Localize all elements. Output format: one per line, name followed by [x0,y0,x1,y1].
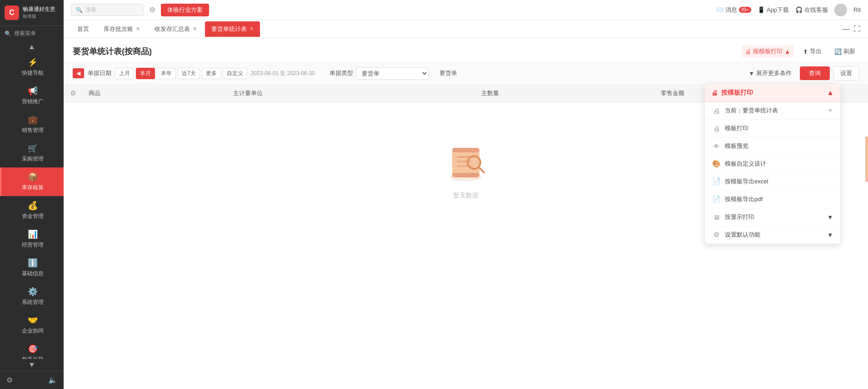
finance-icon: 💰 [28,201,38,211]
app-download-label: App下载 [767,6,789,14]
scroll-up-button[interactable]: ▲ [0,41,64,53]
dropdown-current-template[interactable]: 🖨 当前：要货单统计表 ▼ [705,102,840,120]
sidebar-item-inventory[interactable]: 📦 库存核算 [0,167,64,196]
export-button[interactable]: ⬆ 导出 [799,45,825,57]
current-template-label: 当前：要货单统计表 [725,106,778,115]
table-gear-icon[interactable]: ⚙ [70,89,76,97]
tab-order-stats-close[interactable]: ✕ [249,26,254,32]
sound-footer-button[interactable]: 🔈 [48,376,57,384]
date-btn-this-year[interactable]: 本年 [157,68,176,79]
sidebar-item-collab[interactable]: 🤝 企业协同 [0,311,64,339]
search-icon: 🔍 [5,30,11,37]
template-print-label: 模板打印 [725,124,748,132]
dropdown-template-preview[interactable]: 👁 模板预览 [705,137,840,155]
avatar[interactable] [834,4,847,16]
dropdown-template-design[interactable]: 🎨 模板自定义设计 [705,155,840,173]
sidebar-item-label: 新手引导 [22,356,44,359]
sidebar-item-label: 系统管理 [22,298,44,306]
dropdown-export-pdf[interactable]: 📄 按模板导出pdf [705,191,840,208]
service-icon: 🎧 [795,6,803,13]
date-btn-more[interactable]: 更多 [202,68,221,79]
dropdown-header: 🖨 按模板打印 ▲ [705,84,840,102]
print-header-icon: 🖨 [711,89,718,96]
refresh-button[interactable]: 🔄 刷新 [831,45,859,57]
table-col-qty: 主数量 [475,85,654,102]
top-search-box[interactable]: 🔍 搜索 [71,4,144,16]
message-label: 消息 [725,6,737,14]
column-settings-button[interactable]: 设置 [833,66,859,81]
quick-nav-icon: ⚡ [28,57,38,67]
expand-filters-button[interactable]: ▼ 展开更多条件 [744,67,796,79]
dropdown-default-func[interactable]: ⚙ 设置默认功能 ▼ [705,226,840,244]
sidebar-item-quick-nav[interactable]: ⚡ 快捷导航 [0,53,64,81]
page-body: 要货单统计表(按商品) 🖨 按模板打印 ▲ ⬆ 导出 🔄 刷新 [64,38,868,389]
sidebar-item-basic[interactable]: ℹ️ 基础信息 [0,253,64,282]
date-btn-7days[interactable]: 近7天 [178,68,200,79]
query-button[interactable]: 查询 [800,66,830,80]
date-btn-custom[interactable]: 自定义 [223,68,247,79]
search-placeholder: 搜索 [85,6,96,14]
sidebar-item-operation[interactable]: 📊 经营管理 [0,225,64,253]
trial-button[interactable]: 体验行业方案 [161,4,209,16]
sidebar-footer: ⚙ 🔈 [0,371,64,389]
date-btn-last-month[interactable]: 上月 [115,68,134,79]
expand-label: 展开更多条件 [756,69,792,77]
app-logo: C 畅康通好生意 标准版 [0,0,64,26]
dropdown-arrow-up[interactable]: ▲ [827,89,834,97]
print-button[interactable]: 🖨 按模板打印 ▲ [742,45,794,57]
scroll-down-button[interactable]: ▼ [0,359,64,371]
svg-rect-3 [452,173,479,177]
tab-inventory-batch-close[interactable]: ✕ [136,26,140,32]
sidebar-item-system[interactable]: ⚙️ 系统管理 [0,282,64,311]
tab-inventory-batch-label: 库存批次账 [104,25,133,33]
tab-receipt-summary-label: 收发存汇总表 [155,25,190,33]
dropdown-export-excel[interactable]: 📄 按模板导出excel [705,173,840,191]
sidebar-item-finance[interactable]: 💰 资金管理 [0,196,64,225]
page-title: 要货单统计表(按商品) [73,46,152,57]
sidebar-item-label: 基础信息 [22,270,44,278]
sidebar-item-guide[interactable]: 🎯 新手引导 [0,339,64,359]
sidebar-item-sales[interactable]: 💼 销售管理 [0,110,64,139]
print-icon: 🖨 [745,48,751,55]
dropdown-header-left: 🖨 按模板打印 [711,89,753,97]
default-func-icon: ⚙ [712,231,720,239]
sidebar-item-label: 企业协同 [22,327,44,335]
export-excel-icon: 📄 [712,177,720,186]
tab-receipt-summary-close[interactable]: ✕ [193,26,197,32]
sidebar-item-label: 采购管理 [22,155,44,163]
type-filter-label: 单据类型 [329,69,353,77]
tab-home-label: 首页 [77,25,89,33]
settings-footer-button[interactable]: ⚙ [6,376,13,384]
download-icon: 📱 [758,6,765,13]
message-badge: 99+ [739,7,751,13]
online-service-action[interactable]: 🎧 在线客服 [795,6,828,14]
sidebar-item-marketing[interactable]: 📢 营销推广 [0,81,64,110]
dropdown-display-print[interactable]: 🖥 按显示打印 ▼ [705,208,840,226]
message-action[interactable]: ✉️ 消息 99+ [716,6,751,14]
sidebar-item-purchase[interactable]: 🛒 采购管理 [0,139,64,167]
maximize-window-button[interactable]: ⛶ [853,25,861,33]
display-print-left: 🖥 按显示打印 [712,213,754,221]
tab-inventory-batch[interactable]: 库存批次账 ✕ [97,21,146,37]
app-download-action[interactable]: 📱 App下载 [758,6,789,14]
sidebar-search[interactable]: 🔍 搜索菜单 [0,26,64,41]
date-btn-this-month[interactable]: 本月 [136,68,155,79]
collapse-filter-button[interactable]: ◀ [73,68,84,78]
gear-icon[interactable]: ⚙ [149,5,155,14]
marketing-icon: 📢 [28,86,38,96]
export-pdf-icon: 📄 [712,195,720,203]
tab-order-stats[interactable]: 要货单统计表 ✕ [205,21,260,37]
template-design-icon: 🎨 [712,160,720,168]
template-preview-icon: 👁 [712,142,720,150]
tab-receipt-summary[interactable]: 收发存汇总表 ✕ [148,21,203,37]
scroll-track[interactable] [865,136,868,182]
type-filter: 单据类型 要货单 [329,67,429,80]
template-print-icon: 🖨 [712,125,720,132]
minimize-window-button[interactable]: — [843,25,850,33]
date-filter-label: 单据日期 [88,69,111,77]
online-service-label: 在线客服 [804,6,828,14]
export-label: 导出 [810,47,822,56]
dropdown-template-print[interactable]: 🖨 模板打印 [705,120,840,137]
tab-home[interactable]: 首页 [71,21,95,37]
type-filter-select[interactable]: 要货单 [356,67,429,80]
